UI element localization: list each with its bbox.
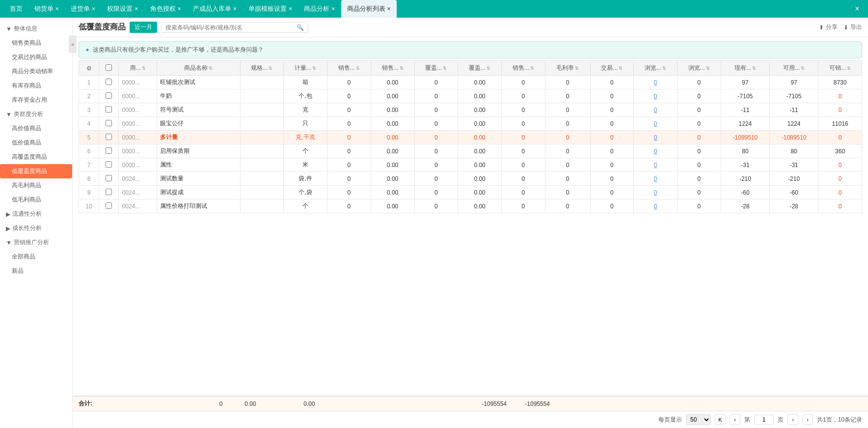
sidebar-section-circulation[interactable]: ▶ 流通性分析	[0, 207, 72, 221]
nav-item-home[interactable]: 首页	[4, 0, 28, 18]
row-check-9[interactable]	[106, 202, 112, 209]
row-browse1-1[interactable]: 0	[634, 89, 678, 103]
col-checkbox[interactable]	[99, 61, 119, 76]
col-saleable[interactable]: 可销...⇅	[818, 61, 862, 76]
col-current[interactable]: 现有...⇅	[721, 61, 769, 76]
page-number-input[interactable]	[754, 415, 774, 425]
select-all-checkbox[interactable]	[106, 64, 112, 71]
row-checkbox-4[interactable]	[99, 131, 119, 144]
row-browse1-3[interactable]: 0	[634, 117, 678, 131]
row-checkbox-5[interactable]	[99, 144, 119, 158]
row-browse1-0[interactable]: 0	[634, 76, 678, 89]
row-checkbox-3[interactable]	[99, 117, 119, 131]
search-box[interactable]: 🔍	[161, 22, 308, 33]
nav-item-analysis[interactable]: 商品分析 ×	[298, 0, 341, 18]
sidebar-item-high-value[interactable]: 高价值商品	[0, 121, 72, 136]
col-name[interactable]: 商品名称⇅	[157, 61, 240, 76]
col-available[interactable]: 可用...⇅	[770, 61, 818, 76]
row-checkbox-6[interactable]	[99, 158, 119, 172]
row-browse1-5[interactable]: 0	[634, 144, 678, 158]
sidebar-section-marketing[interactable]: ▼ 营销推广分析	[0, 235, 72, 250]
row-check-5[interactable]	[106, 147, 112, 154]
search-icon[interactable]: 🔍	[297, 24, 304, 31]
col-browse2[interactable]: 浏览...⇅	[678, 61, 721, 76]
col-margin[interactable]: 毛利率⇅	[545, 61, 590, 76]
sidebar-item-in-stock[interactable]: 有库存商品	[0, 79, 72, 93]
row-checkbox-2[interactable]	[99, 103, 119, 117]
row-sales-qty-2: 0	[327, 103, 371, 117]
sidebar-item-all-goods[interactable]: 全部商品	[0, 250, 72, 264]
row-trade-2: 0	[590, 103, 634, 117]
per-page-select[interactable]: 50 20 100 200	[686, 414, 711, 425]
sidebar-item-traded-goods[interactable]: 交易过的商品	[0, 50, 72, 64]
nav-item-template[interactable]: 单据模板设置 ×	[243, 0, 298, 18]
sidebar-section-overall[interactable]: ▼ 整体信息	[0, 22, 72, 36]
row-checkbox-1[interactable]	[99, 89, 119, 103]
row-check-4[interactable]	[106, 134, 112, 140]
sidebar-item-sales-goods[interactable]: 销售类商品	[0, 36, 72, 50]
col-code[interactable]: 商...⇅	[119, 61, 157, 76]
sidebar-section-growth[interactable]: ▶ 成长性分析	[0, 221, 72, 235]
col-trade[interactable]: 交易...⇅	[590, 61, 634, 76]
sidebar-collapse-button[interactable]: «	[69, 35, 77, 53]
row-checkbox-8[interactable]	[99, 186, 119, 200]
nav-item-sales[interactable]: 销货单 ×	[28, 0, 65, 18]
col-spec[interactable]: 规格...⇅	[240, 61, 284, 76]
table-container[interactable]: ⚙ 商...⇅ 商品名称⇅ 规格...⇅ 计量...⇅ 销售...⇅ 销售...…	[79, 60, 862, 396]
row-checkbox-9[interactable]	[99, 200, 119, 213]
row-settings-6: 7	[79, 158, 99, 172]
search-input[interactable]	[165, 24, 295, 31]
col-sales-amt[interactable]: 销售...⇅	[371, 61, 414, 76]
nav-item-role[interactable]: 角色授权 ×	[144, 0, 187, 18]
sidebar-item-category-rate[interactable]: 商品分类动销率	[0, 64, 72, 79]
col-unit[interactable]: 计量...⇅	[284, 61, 327, 76]
next-page-button[interactable]: ›	[787, 414, 798, 425]
nav-item-analysis-list[interactable]: 商品分析列表 ×	[341, 0, 397, 18]
sidebar-item-low-coverage[interactable]: 低覆盖度商品	[0, 164, 72, 178]
close-button[interactable]: ×	[850, 2, 864, 16]
sidebar-item-low-margin[interactable]: 低毛利商品	[0, 193, 72, 207]
row-check-6[interactable]	[106, 161, 112, 168]
row-saleable-4: 0	[818, 131, 862, 144]
col-browse1[interactable]: 浏览...⇅	[634, 61, 678, 76]
row-check-2[interactable]	[106, 106, 112, 113]
row-browse1-6[interactable]: 0	[634, 158, 678, 172]
row-browse1-4[interactable]: 0	[634, 131, 678, 144]
col-cover2[interactable]: 覆盖...⇅	[458, 61, 502, 76]
col-sales-qty[interactable]: 销售...⇅	[327, 61, 371, 76]
sidebar-item-low-value[interactable]: 低价值商品	[0, 136, 72, 150]
sidebar-item-new-goods[interactable]: 新品	[0, 264, 72, 278]
col-settings[interactable]: ⚙	[79, 61, 99, 76]
nav-item-purchase[interactable]: 进货单 ×	[65, 0, 101, 18]
row-check-3[interactable]	[106, 120, 112, 126]
last-page-button[interactable]: ›	[802, 414, 813, 425]
row-browse1-2[interactable]: 0	[634, 103, 678, 117]
row-sales-amt-5: 0.00	[371, 144, 414, 158]
row-check-7[interactable]	[106, 175, 112, 181]
sidebar-section-cluster[interactable]: ▼ 类群度分析	[0, 107, 72, 121]
row-check-0[interactable]	[106, 79, 112, 85]
row-checkbox-0[interactable]	[99, 76, 119, 89]
sidebar-item-stock-capital[interactable]: 库存资金占用	[0, 93, 72, 107]
row-check-1[interactable]	[106, 92, 112, 99]
prev-page-button[interactable]: ‹	[730, 414, 740, 425]
row-name-7: 测试数量	[157, 172, 240, 186]
row-check-8[interactable]	[106, 189, 112, 195]
sidebar-item-high-margin[interactable]: 高毛利商品	[0, 178, 72, 193]
first-page-button[interactable]: K	[715, 414, 726, 425]
share-button[interactable]: ⬆ 分享	[819, 23, 838, 31]
row-code-0: 0000...	[119, 76, 157, 89]
col-sales2[interactable]: 销售...⇅	[502, 61, 545, 76]
row-sales2-0: 0	[502, 76, 545, 89]
row-current-5: 80	[721, 144, 769, 158]
sidebar-item-high-coverage[interactable]: 高覆盖度商品	[0, 150, 72, 164]
period-button[interactable]: 近一月	[130, 22, 157, 33]
export-button[interactable]: ⬇ 导出	[843, 23, 862, 31]
nav-item-permission[interactable]: 权限设置 ×	[101, 0, 144, 18]
row-browse1-8[interactable]: 0	[634, 186, 678, 200]
col-cover1[interactable]: 覆盖...⇅	[414, 61, 458, 76]
row-checkbox-7[interactable]	[99, 172, 119, 186]
nav-item-product-entry[interactable]: 产成品入库单 ×	[187, 0, 243, 18]
row-browse1-7[interactable]: 0	[634, 172, 678, 186]
row-browse1-9[interactable]: 0	[634, 200, 678, 213]
